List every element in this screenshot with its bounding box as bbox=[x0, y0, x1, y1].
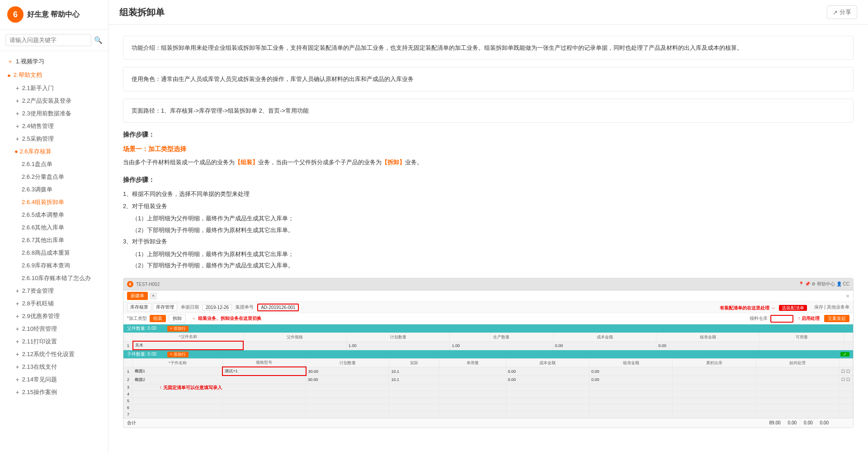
mock-confirm-btn: 立案发起 bbox=[824, 315, 849, 322]
main-area: 组装拆卸单 ↗ 分享 功能介绍：组装拆卸单用来处理企业组装或拆卸等加工业务，支持… bbox=[108, 0, 868, 452]
scenario1-desc: 当由多个子件材料组装成一个成品的业务为【组装】业务，当由一个父件拆分成多个子产品… bbox=[123, 157, 854, 167]
mock-child-row-7: 7 bbox=[124, 411, 853, 418]
sidebar-item-finance[interactable]: ＋ 2.7资金管理 bbox=[0, 285, 108, 297]
sidebar-item-cost-adjust[interactable]: 2.6.5成本调整单 bbox=[0, 209, 108, 221]
mock-add-child-row: + 添加行 bbox=[167, 352, 189, 357]
mock-parent-row: 1 关木 1.00 1.00 0.00 0.00 bbox=[124, 341, 853, 350]
search-bar[interactable]: 🔍 bbox=[0, 29, 108, 51]
search-input[interactable] bbox=[5, 34, 91, 46]
sidebar-item-ops[interactable]: ＋ 2.10经营管理 bbox=[0, 323, 108, 335]
annotation-3: ↑ 启用处理 bbox=[798, 315, 820, 322]
sidebar-item-payment[interactable]: ＋ 2.13在线支付 bbox=[0, 361, 108, 373]
sidebar-item-faq[interactable]: ＋ 2.14常见问题 bbox=[0, 373, 108, 386]
logo-text: 好生意 帮助中心 bbox=[27, 10, 80, 19]
annotation-1: 有装配清单的在这里处理 → bbox=[720, 305, 775, 310]
sidebar-item-ledger-query[interactable]: 2.6.9库存账本查询 bbox=[0, 259, 108, 272]
step-1: 1、根据不同的业务，选择不同单据的类型来处理 bbox=[123, 189, 854, 199]
mock-child-header: 子件数量: 0.00 + 添加行 ⤢ bbox=[123, 350, 853, 358]
mock-save-btn: 保存 | 其他业务单 bbox=[814, 304, 849, 310]
mock-tab-icon: + bbox=[150, 292, 157, 300]
annotation-4: ↑ 无固定清单可以任意填写录入 bbox=[160, 385, 222, 391]
sidebar-item-inventory[interactable]: ● 2.6库存核算 bbox=[0, 145, 108, 158]
mock-date-label: 单据日期 bbox=[181, 304, 199, 310]
feature-intro-text: 功能介绍：组装拆卸单用来处理企业组装或拆卸等加工业务，支持有固定装配清单的产品加… bbox=[132, 44, 743, 51]
sidebar-item-other-in[interactable]: 2.6.6其他入库单 bbox=[0, 221, 108, 234]
sidebar-item-newcomer[interactable]: ＋ 2.1新手入门 bbox=[0, 82, 108, 95]
mock-logo: 6 bbox=[127, 281, 133, 287]
mock-titlebar-id: TEST-H002 bbox=[136, 282, 160, 287]
mock-child-row-4: 4 bbox=[124, 390, 853, 397]
mock-expand-icon: ⤢ bbox=[840, 352, 849, 357]
mock-type-assemble: 组装 bbox=[150, 315, 166, 322]
mock-child-row-2: 2 椭圆2 30.00 10.1 0.00 0.00 ☐ ☐ bbox=[124, 376, 853, 384]
sidebar-item-purchase[interactable]: ＋ 2.5采购管理 bbox=[0, 133, 108, 145]
mock-add-row: + 添加行 bbox=[167, 326, 189, 332]
mock-child-row-5: 5 bbox=[124, 397, 853, 404]
mock-child-row-6: 6 bbox=[124, 404, 853, 411]
mock-new-tab: 新建单 bbox=[127, 292, 148, 300]
sidebar-item-data-prep[interactable]: ＋ 2.3使用前数据准备 bbox=[0, 107, 108, 120]
sidebar-item-partial-check[interactable]: 2.6.2分量盘点单 bbox=[0, 171, 108, 183]
mock-warehouse-label: 领料仓库 bbox=[750, 315, 768, 322]
sidebar-item-coupon[interactable]: ＋ 2.9优惠券管理 bbox=[0, 310, 108, 323]
mock-child-row-3: 3 bbox=[124, 384, 853, 390]
mock-type-disassemble: 拆卸 bbox=[169, 314, 186, 323]
minus-icon: ● bbox=[7, 72, 11, 79]
steps-title: 操作步骤： bbox=[123, 176, 854, 184]
step-3-2: （2）下部明细为子件明细，最终作为产成品生成其它入库单。 bbox=[123, 260, 854, 271]
user-role-block: 使用角色：通常由生产人员或库管人员完成拆装业务的操作，库管人员确认原材料的出库和… bbox=[123, 67, 854, 91]
mock-child-table: *子件名称 规格型号 计划数量 实际 单用量 成本金额 核准金额 累积出库 如何… bbox=[123, 358, 853, 418]
mock-doc-value: AD-2019126-001 bbox=[257, 304, 299, 311]
mock-select-btn: 选装配清单 bbox=[779, 305, 807, 311]
mock-child-row-1: 1 椭圆1 测试+1 30.00 10.1 0.00 0.00 ☐ ☐ bbox=[124, 367, 853, 376]
sidebar-item-other-out[interactable]: 2.6.7其他出库单 bbox=[0, 234, 108, 247]
sidebar-item-cost-recalc[interactable]: 2.6.8商品成本重算 bbox=[0, 247, 108, 259]
step-2-2: （2）下部明细为子件明细，最终作为原材料生成其它出库单。 bbox=[123, 225, 854, 235]
logo-icon: 6 bbox=[7, 6, 24, 23]
sidebar-item-personalize[interactable]: ＋ 2.12系统个性化设置 bbox=[0, 348, 108, 361]
plus-icon: ＋ bbox=[7, 57, 13, 66]
mock-parent-table: *父件名称 父件规格 计划数量 生产数量 成本金额 核准金额 可用量 1 bbox=[123, 333, 853, 350]
share-icon: ↗ bbox=[833, 9, 838, 16]
mock-topbar-icons: 📍 📌 ⚙ 帮助中心 👤 CC bbox=[798, 281, 849, 287]
main-header: 组装拆卸单 ↗ 分享 bbox=[108, 0, 868, 25]
step-2: 2、对于组装业务 bbox=[123, 201, 854, 211]
page-title: 组装拆卸单 bbox=[119, 6, 165, 19]
sidebar-item-mobile[interactable]: ＋ 2.8手机旺铺 bbox=[0, 297, 108, 310]
mock-footer-totals: 合计 89.00 0.00 0.00 0.00 bbox=[123, 418, 853, 428]
step-2-1: （1）上部明细为父件明细，最终作为产成品生成其它入库单； bbox=[123, 213, 854, 224]
sidebar-item-print[interactable]: ＋ 2.11打印设置 bbox=[0, 335, 108, 348]
sidebar-nav: ＋ 1.视频学习 ● 2.帮助文档 ＋ 2.1新手入门 ＋ 2.2产品安装及登录… bbox=[0, 51, 108, 452]
sidebar-item-install[interactable]: ＋ 2.2产品安装及登录 bbox=[0, 95, 108, 107]
sidebar-item-inventory-check[interactable]: 2.6.1盘点单 bbox=[0, 158, 108, 171]
main-content: 功能介绍：组装拆卸单用来处理企业组装或拆卸等加工业务，支持有固定装配清单的产品加… bbox=[108, 25, 868, 452]
feature-intro-block: 功能介绍：组装拆卸单用来处理企业组装或拆卸等加工业务，支持有固定装配清单的产品加… bbox=[123, 36, 854, 60]
step-3-1: （1）上部明细为父件明细，最终作为原材料生成其它出库单； bbox=[123, 249, 854, 259]
logo-area: 6 好生意 帮助中心 bbox=[0, 0, 108, 29]
mock-parent-header: 父件数量: 0.00 + 添加行 bbox=[123, 324, 853, 333]
mock-type-label: *加工类型 bbox=[127, 315, 147, 322]
sidebar: 6 好生意 帮助中心 🔍 ＋ 1.视频学习 ● 2.帮助文档 ＋ 2.1新手入门… bbox=[0, 0, 108, 452]
mock-close-btn: ✕ bbox=[846, 294, 849, 299]
scenario1-title: 场景一：加工类型选择 bbox=[123, 145, 854, 153]
mock-warehouse-input bbox=[770, 315, 793, 323]
mock-action-btns: 库存核算 库存管理 bbox=[127, 303, 177, 311]
sidebar-item-cases[interactable]: ＋ 2.15操作案例 bbox=[0, 386, 108, 399]
sidebar-item-help-docs[interactable]: ● 2.帮助文档 bbox=[0, 68, 108, 82]
sidebar-item-ledger-fix[interactable]: 2.6.10库存账本错了怎么办 bbox=[0, 272, 108, 285]
page-path-text: 页面路径：1、库存核算->库存管理->组装拆卸单 2、首页->常用功能 bbox=[132, 107, 309, 114]
mock-doc-label: 集团单号 bbox=[236, 304, 254, 310]
sidebar-item-transfer[interactable]: 2.6.3调拨单 bbox=[0, 183, 108, 196]
share-button[interactable]: ↗ 分享 bbox=[827, 5, 857, 19]
operations-title: 操作步骤： bbox=[123, 131, 854, 139]
annotation-2: ← 组装业务、拆卸业务在这里切换 bbox=[192, 315, 261, 322]
sidebar-item-sales[interactable]: ＋ 2.4销售管理 bbox=[0, 120, 108, 133]
screenshot-container: 6 TEST-H002 📍 📌 ⚙ 帮助中心 👤 CC 新建单 + ✕ 库存核算… bbox=[123, 278, 854, 428]
step-3: 3、对于拆卸业务 bbox=[123, 236, 854, 247]
search-button[interactable]: 🔍 bbox=[94, 36, 103, 44]
user-role-text: 使用角色：通常由生产人员或库管人员完成拆装业务的操作，库管人员确认原材料的出库和… bbox=[132, 76, 414, 82]
sidebar-item-video[interactable]: ＋ 1.视频学习 bbox=[0, 55, 108, 68]
page-path-block: 页面路径：1、库存核算->库存管理->组装拆卸单 2、首页->常用功能 bbox=[123, 99, 854, 123]
sidebar-item-assembly[interactable]: 2.6.4组装拆卸单 bbox=[0, 196, 108, 209]
mock-date-value: 2019-12-26 bbox=[203, 304, 232, 311]
